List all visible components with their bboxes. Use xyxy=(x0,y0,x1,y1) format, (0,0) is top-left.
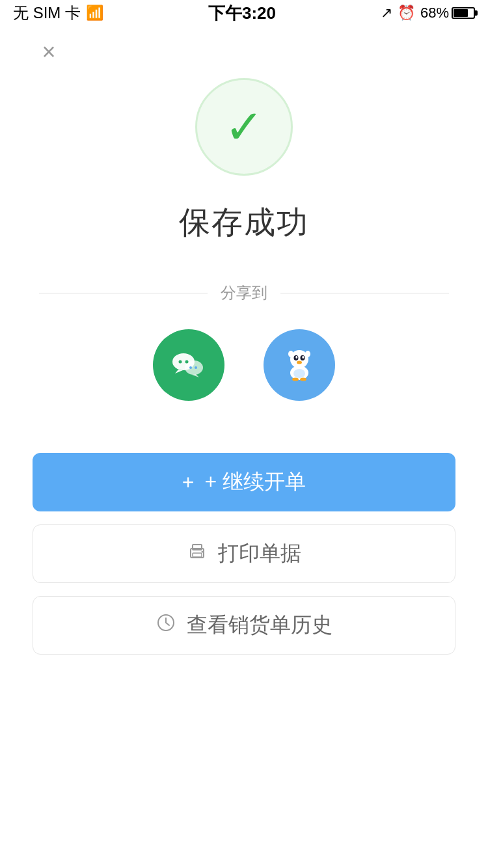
print-label: 打印单据 xyxy=(218,539,301,568)
battery-container: 68% xyxy=(420,5,475,21)
svg-point-18 xyxy=(288,351,293,357)
continue-label: + 继续开单 xyxy=(205,468,306,496)
clock-icon xyxy=(156,612,176,638)
battery-icon xyxy=(452,7,475,19)
divider-line-left xyxy=(39,293,208,293)
status-bar-right: ↗ ⏰ 68% xyxy=(381,5,475,21)
success-title: 保存成功 xyxy=(179,202,309,243)
svg-point-11 xyxy=(295,356,297,359)
continue-button[interactable]: + + 继续开单 xyxy=(33,453,455,511)
svg-point-12 xyxy=(302,356,304,359)
main-content: ✓ 保存成功 分享到 xyxy=(0,26,488,655)
close-button[interactable]: × xyxy=(33,36,65,68)
battery-text: 68% xyxy=(420,5,449,21)
history-button[interactable]: 查看销货单历史 xyxy=(33,596,455,655)
plus-icon: + xyxy=(182,470,195,495)
print-button[interactable]: 打印单据 xyxy=(33,524,455,583)
status-bar: 无 SIM 卡 📶 下午3:20 ↗ ⏰ 68% xyxy=(0,0,488,26)
svg-rect-22 xyxy=(193,553,202,557)
success-circle: ✓ xyxy=(195,78,293,176)
printer-icon xyxy=(187,541,208,567)
sim-status: 无 SIM 卡 xyxy=(13,3,81,23)
location-icon: ↗ xyxy=(381,5,392,21)
share-icons xyxy=(153,329,335,401)
svg-point-3 xyxy=(185,360,189,364)
share-label: 分享到 xyxy=(208,282,280,303)
alarm-icon: ⏰ xyxy=(398,5,415,21)
qq-share-button[interactable] xyxy=(264,329,335,401)
svg-point-16 xyxy=(292,378,299,381)
close-icon: × xyxy=(42,40,55,64)
share-divider: 分享到 xyxy=(0,282,488,303)
svg-point-4 xyxy=(189,366,192,369)
status-bar-time: 下午3:20 xyxy=(208,2,276,25)
svg-point-5 xyxy=(195,366,197,369)
divider-line-right xyxy=(280,293,449,293)
svg-point-15 xyxy=(293,369,305,378)
svg-point-19 xyxy=(305,351,310,357)
checkmark-icon: ✓ xyxy=(224,103,264,150)
svg-point-17 xyxy=(300,378,306,381)
status-bar-left: 无 SIM 卡 📶 xyxy=(13,3,103,23)
svg-point-2 xyxy=(179,360,182,364)
buttons-container: + + 继续开单 打印单据 xyxy=(0,453,488,655)
wifi-icon: 📶 xyxy=(86,5,103,21)
svg-marker-6 xyxy=(175,370,183,373)
svg-line-26 xyxy=(166,623,169,625)
qq-svg-icon xyxy=(279,345,319,385)
svg-point-13 xyxy=(297,361,302,364)
wechat-svg-icon xyxy=(169,345,209,385)
svg-point-23 xyxy=(202,551,204,553)
svg-marker-7 xyxy=(192,374,199,377)
wechat-share-button[interactable] xyxy=(153,329,224,401)
history-label: 查看销货单历史 xyxy=(187,611,332,640)
